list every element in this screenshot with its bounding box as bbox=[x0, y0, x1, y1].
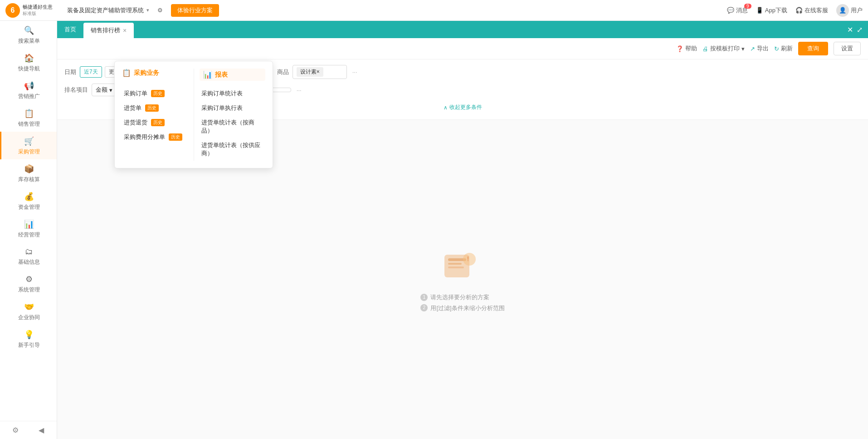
sidebar-item-basic[interactable]: 🗂 基础信息 bbox=[0, 242, 57, 270]
svg-text:!: ! bbox=[467, 255, 469, 262]
menu-item-order-exec[interactable]: 采购订单执行表 bbox=[200, 101, 266, 115]
sidebar-item-finance[interactable]: 💰 资金管理 bbox=[0, 187, 57, 215]
print-button[interactable]: 🖨 按模板打印 ▾ bbox=[702, 44, 745, 53]
purchase-icon: 🛒 bbox=[24, 136, 34, 146]
svg-rect-3 bbox=[448, 266, 464, 268]
content-toolbar: ❓ 帮助 🖨 按模板打印 ▾ ↗ 导出 ↻ 刷新 查询 设置 bbox=[57, 38, 868, 59]
menu-item-goods-receipt[interactable]: 进货单 历史 bbox=[122, 101, 188, 115]
print-icon: 🖨 bbox=[702, 45, 708, 52]
basic-icon: 🗂 bbox=[25, 247, 33, 256]
content-area: 首页 销售排行榜 × ✕ ⤢ ❓ 帮助 🖨 按模板 bbox=[57, 21, 868, 439]
collapse-icon: ∧ bbox=[444, 104, 448, 111]
sidebar-item-label: 库存核算 bbox=[18, 176, 40, 183]
top-bar: 6 畅捷通好生意 标准版 装备及固定资产辅助管理系统 ▾ ⚙ 体验行业方案 💬 … bbox=[0, 0, 868, 21]
hint-num-2: 2 bbox=[420, 304, 428, 311]
service-label: 在线客服 bbox=[805, 6, 828, 15]
rank-label: 排名项目 bbox=[64, 86, 88, 94]
message-button[interactable]: 💬 消息 9 bbox=[727, 6, 748, 15]
sidebar-item-label: 快捷导航 bbox=[18, 65, 40, 73]
sidebar-item-marketing[interactable]: 📢 营销推广 bbox=[0, 76, 57, 104]
main-area: 🔍 搜索菜单 🏠 快捷导航 📢 营销推广 📋 销售管理 🛒 采购管理 📦 bbox=[0, 21, 868, 439]
query-button[interactable]: 查询 bbox=[798, 42, 828, 55]
refresh-button[interactable]: ↻ 刷新 bbox=[774, 44, 793, 53]
empty-state: ! 1 请先选择要分析的方案 2 用[过滤]条件来缩小分析范围 bbox=[420, 246, 504, 313]
sidebar-item-purchase[interactable]: 🛒 采购管理 bbox=[0, 132, 57, 159]
sidebar-item-label: 采购管理 bbox=[18, 148, 40, 156]
user-button[interactable]: 👤 用户 bbox=[836, 4, 863, 17]
sidebar-item-guide[interactable]: 💡 新手引导 bbox=[0, 325, 57, 353]
tab-sales-rank-label: 销售排行榜 bbox=[91, 26, 120, 35]
sidebar-item-operation[interactable]: 📊 经营管理 bbox=[0, 215, 57, 242]
tab-home-label: 首页 bbox=[64, 25, 76, 34]
tab-home[interactable]: 首页 bbox=[57, 21, 83, 38]
empty-text: 1 请先选择要分析的方案 2 用[过滤]条件来缩小分析范围 bbox=[420, 292, 504, 313]
sidebar-item-label: 资金管理 bbox=[18, 203, 40, 211]
tab-close-window-icon[interactable]: ✕ bbox=[847, 25, 853, 34]
menu-item-purchase-order[interactable]: 采购订单 历史 bbox=[122, 86, 188, 101]
sidebar-item-label: 系统管理 bbox=[18, 286, 40, 294]
print-dropdown-icon[interactable]: ▾ bbox=[741, 45, 745, 52]
tab-sales-rank[interactable]: 销售排行榜 × bbox=[83, 23, 134, 38]
menu-item-goods-return[interactable]: 进货退货 历史 bbox=[122, 115, 188, 130]
help-button[interactable]: ❓ 帮助 bbox=[676, 44, 697, 53]
sidebar-item-label: 基础信息 bbox=[18, 258, 40, 266]
empty-illustration: ! bbox=[440, 246, 485, 286]
customer-more-btn[interactable]: ··· bbox=[295, 87, 303, 94]
gear-button[interactable]: ⚙ bbox=[154, 4, 166, 17]
app-download-button[interactable]: 📱 App下载 bbox=[756, 6, 787, 15]
refresh-label: 刷新 bbox=[781, 44, 793, 53]
menu-item-receipt-goods-stats[interactable]: 进货单统计表（按商品） bbox=[200, 115, 266, 138]
sidebar-item-inventory[interactable]: 📦 库存核算 bbox=[0, 159, 57, 187]
sidebar-item-sales[interactable]: 📋 销售管理 bbox=[0, 104, 57, 132]
home-icon: 🏠 bbox=[24, 53, 34, 63]
menu-item-receipt-supplier-stats[interactable]: 进货单统计表（按供应商） bbox=[200, 138, 266, 161]
sidebar-item-cooperation[interactable]: 🤝 企业协同 bbox=[0, 297, 57, 325]
goods-return-badge: 历史 bbox=[151, 119, 165, 126]
sidebar-item-system[interactable]: ⚙ 系统管理 bbox=[0, 270, 57, 297]
goods-tag: 设计素× bbox=[297, 67, 323, 77]
goods-label: 商品 bbox=[277, 68, 289, 76]
sidebar-collapse-button[interactable]: ◀ bbox=[31, 426, 53, 434]
date-label: 日期 bbox=[64, 68, 76, 76]
hint-num-1: 1 bbox=[420, 294, 428, 301]
sidebar-item-label: 搜索菜单 bbox=[18, 37, 40, 45]
sidebar: 🔍 搜索菜单 🏠 快捷导航 📢 营销推广 📋 销售管理 🛒 采购管理 📦 bbox=[0, 21, 57, 439]
system-name-area: 装备及固定资产辅助管理系统 ▾ bbox=[67, 6, 149, 15]
avatar: 👤 bbox=[836, 4, 849, 17]
purchase-section-title: 📋 采购业务 bbox=[122, 69, 188, 81]
industry-button[interactable]: 体验行业方案 bbox=[171, 4, 219, 17]
purchase-order-badge: 历史 bbox=[151, 90, 165, 97]
system-name: 装备及固定资产辅助管理系统 bbox=[67, 6, 144, 15]
settings-button[interactable]: 设置 bbox=[834, 42, 861, 55]
sidebar-item-search[interactable]: 🔍 搜索菜单 bbox=[0, 21, 57, 49]
menu-item-purchase-expense[interactable]: 采购费用分摊单 历史 bbox=[122, 130, 188, 144]
report-section-icon: 📊 bbox=[203, 70, 212, 79]
cooperation-icon: 🤝 bbox=[24, 302, 34, 312]
goods-receipt-badge: 历史 bbox=[145, 104, 159, 112]
report-section-title: 📊 报表 bbox=[200, 69, 266, 81]
menu-item-order-stats[interactable]: 采购订单统计表 bbox=[200, 86, 266, 101]
service-button[interactable]: 🎧 在线客服 bbox=[795, 6, 828, 15]
goods-more-btn[interactable]: ··· bbox=[351, 69, 359, 75]
svg-point-4 bbox=[463, 253, 476, 266]
operation-icon: 📊 bbox=[24, 219, 34, 229]
sidebar-item-quick-nav[interactable]: 🏠 快捷导航 bbox=[0, 49, 57, 76]
tab-maximize-icon[interactable]: ⤢ bbox=[857, 25, 863, 34]
message-icon: 💬 bbox=[727, 7, 734, 14]
tab-close-icon[interactable]: × bbox=[123, 27, 127, 34]
app-label: App下载 bbox=[765, 6, 787, 15]
sidebar-item-label: 企业协同 bbox=[18, 314, 40, 321]
dropdown-arrow-icon[interactable]: ▾ bbox=[146, 7, 149, 13]
date-7days-btn[interactable]: 近7天 bbox=[80, 66, 102, 78]
refresh-icon: ↻ bbox=[774, 45, 779, 52]
logo-area: 6 畅捷通好生意 标准版 bbox=[5, 3, 63, 18]
sidebar-item-label: 经营管理 bbox=[18, 231, 40, 239]
goods-select[interactable]: 设计素× bbox=[293, 65, 347, 79]
export-button[interactable]: ↗ 导出 bbox=[750, 44, 769, 53]
phone-icon: 📱 bbox=[756, 7, 763, 14]
search-icon: 🔍 bbox=[24, 25, 34, 35]
system-icon: ⚙ bbox=[25, 274, 33, 284]
sidebar-settings-button[interactable]: ⚙ bbox=[5, 426, 26, 434]
collapse-label: 收起更多条件 bbox=[449, 104, 482, 111]
guide-icon: 💡 bbox=[24, 330, 34, 340]
